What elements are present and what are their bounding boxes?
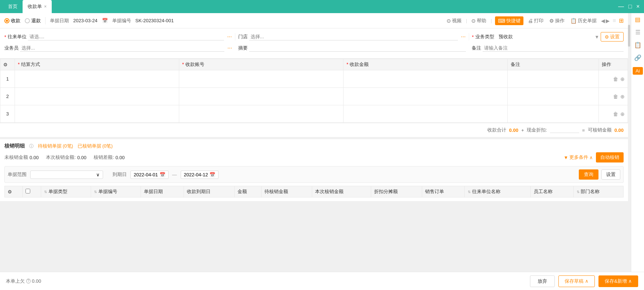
settings-button[interactable]: ⚙ 设置 [601, 32, 624, 42]
divider1 [45, 17, 46, 24]
sidebar-icon-3[interactable]: 📋 [634, 42, 641, 48]
row-3-copy-icon[interactable]: ⊕ [620, 111, 625, 117]
summary-field: 摘要 [238, 44, 469, 52]
calendar-icon[interactable]: 📅 [102, 18, 108, 23]
row-2-amount[interactable] [343, 88, 508, 105]
staff-input[interactable] [20, 44, 224, 52]
form-area: * 往来单位 ··· 门店 ··· * 业务类型 预收款 ▼ ⚙ 设置 [0, 28, 628, 59]
more-conditions-btn[interactable]: ▼ 更多条件 ∧ [564, 154, 593, 161]
store-label: 门店 [238, 34, 248, 40]
range-label: 单据范围 [8, 171, 27, 178]
store-more-icon[interactable]: ··· [461, 34, 466, 40]
grid-icon[interactable]: ⊞ [619, 17, 624, 24]
range-row: 单据范围 ∨ 到期日 2022-04-01 📅 — 2022-04-12 📅 查… [4, 166, 624, 183]
pending-tab[interactable]: 待核销单据 (0笔) [38, 143, 73, 149]
form-row-1: * 往来单位 ··· 门店 ··· * 业务类型 预收款 ▼ ⚙ 设置 [4, 32, 624, 42]
date-to-input[interactable]: 2022-04-12 📅 [181, 171, 219, 179]
maximize-icon[interactable]: □ [627, 3, 633, 11]
business-type-arrow[interactable]: ▼ [594, 34, 599, 40]
col-account-header: * 收款账号 [179, 59, 343, 70]
row-1-account[interactable] [179, 70, 343, 88]
tab-bar: 首页 收款单 × — □ × [0, 0, 644, 13]
video-btn[interactable]: ⊙ 视频 [445, 17, 463, 25]
radio-refund-label: 退款 [31, 17, 41, 24]
help-btn[interactable]: ⊙ 帮助 [470, 17, 488, 25]
row-3-delete-icon[interactable]: 🗑 [613, 111, 618, 117]
print-btn[interactable]: 🖨 打印 [526, 17, 545, 25]
row-3-note[interactable] [508, 105, 599, 123]
help-label: 帮助 [477, 17, 486, 24]
radio-collection[interactable]: 收款 [4, 17, 20, 24]
shortcut-btn[interactable]: ⌨ 快捷键 [495, 16, 523, 25]
sidebar-icon-4[interactable]: 🔗 [634, 54, 641, 61]
save-new-btn[interactable]: 保存&新增 ∧ [598, 275, 638, 287]
row-2-settlement[interactable] [15, 88, 179, 105]
info-value: 0.00 [32, 278, 41, 284]
row-1-num: 1 [0, 70, 15, 88]
row-3-settlement[interactable] [15, 105, 179, 123]
row-1-amount[interactable] [343, 70, 508, 88]
bottom-actions: 放弃 保存草稿 ∧ 保存&新增 ∧ [530, 275, 638, 287]
select-all-checkbox[interactable] [25, 189, 30, 193]
counterpart-label: 往来单位 [8, 34, 27, 40]
print-label: 打印 [534, 17, 543, 24]
row-1-settlement[interactable] [15, 70, 179, 88]
close-icon[interactable]: × [635, 3, 641, 11]
reconcil-header: 核销明细 ⓘ 待核销单据 (0笔) 已核销单据 (0笔) [4, 143, 624, 149]
operation-btn[interactable]: ⚙ 操作 [548, 17, 566, 25]
save-draft-arrow[interactable]: ∧ [585, 278, 589, 284]
note-label: 备注 [472, 45, 481, 51]
note-field: 备注 [472, 44, 624, 52]
counterpart-input[interactable] [28, 33, 224, 40]
save-draft-btn[interactable]: 保存草稿 ∧ [558, 275, 595, 287]
auto-reconcil-btn[interactable]: 自动核销 [596, 152, 624, 162]
minimize-icon[interactable]: — [617, 3, 625, 11]
row-2-delete-icon[interactable]: 🗑 [613, 94, 618, 99]
sidebar-icon-2[interactable]: ☰ [635, 29, 640, 36]
calendar-from-icon[interactable]: 📅 [160, 172, 165, 177]
toolbar: 收款 退款 单据日期 2023-03-24 📅 单据编号 SK-20230324… [0, 13, 628, 28]
row-1-copy-icon[interactable]: ⊕ [620, 76, 625, 82]
bt-col-discount: 折扣分摊额 [371, 186, 422, 197]
prev-arrow[interactable]: ◀ [601, 18, 605, 24]
scrollbar[interactable] [628, 13, 631, 272]
radio-refund[interactable]: 退款 [25, 17, 41, 24]
ai-button[interactable]: Ai [633, 67, 643, 75]
row-1-note[interactable] [508, 70, 599, 88]
save-new-arrow[interactable]: ∧ [628, 278, 632, 284]
range-select[interactable]: ∨ [30, 171, 103, 179]
tab-close-icon[interactable]: × [44, 4, 47, 9]
query-btn[interactable]: 查询 [579, 169, 598, 180]
sidebar-icon-1[interactable]: ▤ [635, 16, 640, 23]
calendar-to-icon[interactable]: 📅 [209, 172, 215, 177]
abandon-btn[interactable]: 放弃 [530, 275, 555, 287]
reconcil-info-icon[interactable]: ⓘ [29, 143, 34, 149]
history-btn[interactable]: 📋 历史单据 [569, 17, 598, 25]
available-label: 可核销金额 [588, 127, 612, 133]
available-value: 0.00 [614, 128, 624, 133]
counterpart-more-icon[interactable]: ··· [227, 34, 232, 40]
scrollbar-thumb[interactable] [628, 25, 630, 47]
done-tab[interactable]: 已核销单据 (0笔) [78, 143, 113, 149]
tab-home[interactable]: 首页 [3, 0, 23, 13]
col-settings-header[interactable]: ⚙ [0, 59, 15, 70]
row-3-account[interactable] [179, 105, 343, 123]
discount-input[interactable] [550, 127, 579, 133]
row-2-copy-icon[interactable]: ⊕ [620, 94, 625, 99]
staff-label: 业务员 [4, 45, 19, 51]
store-input[interactable] [249, 33, 458, 40]
row-3-amount[interactable] [343, 105, 508, 123]
bt-col-settings[interactable]: ⚙ [5, 186, 23, 197]
note-input[interactable] [483, 44, 624, 52]
staff-more-icon[interactable]: ··· [227, 45, 232, 51]
reconcil-settings-btn[interactable]: 设置 [601, 169, 620, 180]
row-1-delete-icon[interactable]: 🗑 [613, 76, 618, 82]
date-from-input[interactable]: 2022-04-01 📅 [130, 171, 169, 179]
bt-settings-icon: ⚙ [8, 189, 12, 195]
summary-input[interactable] [249, 44, 466, 52]
tab-collection[interactable]: 收款单 × [23, 0, 52, 13]
next-arrow[interactable]: ▶ [606, 18, 610, 24]
bt-col-checkbox[interactable] [23, 186, 41, 197]
row-2-note[interactable] [508, 88, 599, 105]
row-2-account[interactable] [179, 88, 343, 105]
